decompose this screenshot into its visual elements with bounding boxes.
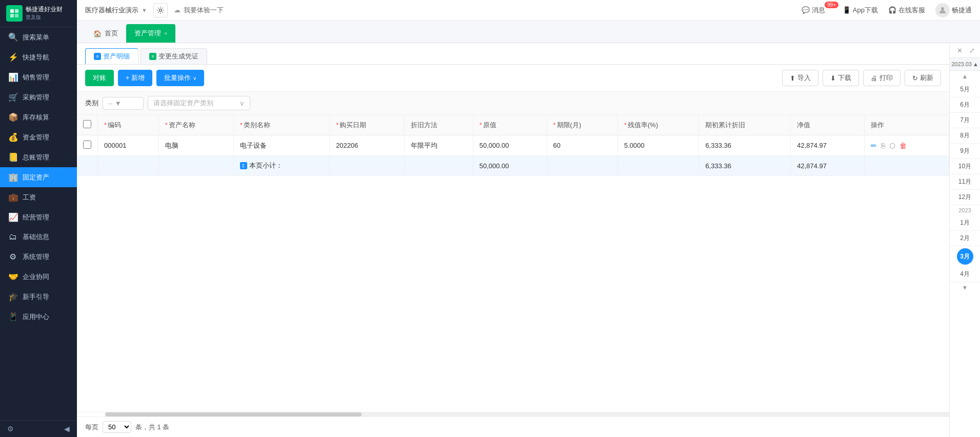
experience-text: 我要体验一下	[184, 6, 224, 15]
quick-nav-icon: ⚡	[8, 52, 17, 62]
salary-icon: 💼	[8, 192, 17, 202]
svg-rect-3	[15, 14, 18, 17]
sidebar-item-fixed-assets[interactable]: 🏢 固定资产	[0, 167, 77, 187]
col-original-value: *原值	[473, 115, 547, 135]
row-period: 60	[547, 135, 617, 156]
calendar-up-button[interactable]: ▲	[960, 71, 970, 82]
batch-button[interactable]: 批量操作 ∨	[156, 70, 204, 86]
category-detail-select[interactable]: 请选择固定资产类别 ∨	[148, 96, 250, 110]
sidebar-item-ledger[interactable]: 📒 总账管理	[0, 147, 77, 167]
subtotal-empty-code	[98, 156, 159, 176]
close-panel-button[interactable]: ✕	[954, 45, 965, 55]
message-badge: 99+	[825, 2, 838, 8]
cal-month-9[interactable]: 9月	[950, 144, 980, 159]
subtab-voucher-generation[interactable]: ≡ 变更生成凭证	[141, 48, 207, 64]
collapse-button[interactable]: ◀	[64, 425, 70, 433]
copy-button[interactable]: ⎘	[881, 142, 885, 150]
sidebar-item-basic-info[interactable]: 🗂 基础信息	[0, 227, 77, 247]
download-button[interactable]: ⬇ 下载	[823, 70, 859, 86]
print-button[interactable]: 🖨 打印	[863, 70, 901, 86]
message-label: 消息	[812, 6, 825, 15]
sidebar-label-enterprise: 企业协同	[23, 272, 49, 282]
experience-button[interactable]: ☁ 我要体验一下	[174, 6, 224, 15]
new-label: + 新增	[126, 73, 145, 83]
settings-button[interactable]: ⚙	[7, 425, 14, 433]
company-selector[interactable]: 医疗器械行业演示 ▼	[85, 6, 147, 15]
tab-asset-management[interactable]: 资产管理 ×	[126, 24, 175, 43]
avatar	[935, 3, 950, 17]
cal-month-2[interactable]: 2月	[950, 231, 980, 246]
sidebar-item-search[interactable]: 🔍 搜索菜单	[0, 27, 77, 47]
company-name: 医疗器械行业演示	[85, 6, 138, 15]
cal-month-current[interactable]: 3月	[957, 248, 973, 265]
category-detail-arrow: ∨	[239, 100, 245, 107]
online-service-button[interactable]: 🎧 在线客服	[888, 6, 925, 15]
cal-month-4[interactable]: 4月	[950, 267, 980, 282]
cal-month-1[interactable]: 1月	[950, 215, 980, 231]
cal-month-8[interactable]: 8月	[950, 128, 980, 144]
total-text: 条，共 1 条	[135, 423, 169, 432]
sidebar-item-purchase[interactable]: 🛒 采购管理	[0, 87, 77, 107]
sidebar-item-guide[interactable]: 🎓 新手引导	[0, 287, 77, 307]
sidebar-item-inventory[interactable]: 📦 库存核算	[0, 107, 77, 127]
tab-home[interactable]: 🏠 首页	[85, 24, 126, 43]
new-button[interactable]: + 新增	[118, 70, 152, 86]
cal-month-5[interactable]: 5月	[950, 82, 980, 97]
category-select[interactable]: -- ▼	[103, 97, 144, 110]
sales-icon: 📊	[8, 72, 17, 82]
row-accumulated-depreciation: 6,333.36	[699, 135, 791, 156]
content-main: ≡ 资产明细 ≡ 变更生成凭证 对账 + 新增 批量操作 ∨	[77, 43, 949, 437]
purchase-icon: 🛒	[8, 92, 17, 102]
svg-point-4	[159, 9, 162, 11]
sidebar-label-salary: 工资	[23, 193, 36, 202]
refresh-button[interactable]: ↻ 刷新	[905, 70, 941, 86]
subtotal-accumulated-depreciation: 6,333.36	[699, 156, 791, 176]
messages-button[interactable]: 💬 消息 99+	[802, 6, 832, 15]
sidebar-item-finance[interactable]: 💰 资金管理	[0, 127, 77, 147]
finance-icon: 💰	[8, 132, 17, 142]
print-icon: 🖨	[871, 74, 877, 82]
sidebar-item-enterprise[interactable]: 🤝 企业协同	[0, 267, 77, 287]
select-all-checkbox[interactable]	[83, 120, 91, 128]
content-area: ≡ 资产明细 ≡ 变更生成凭证 对账 + 新增 批量操作 ∨	[77, 43, 980, 437]
filter-row: 类别 -- ▼ 请选择固定资产类别 ∨	[77, 92, 949, 115]
print-label: 打印	[879, 73, 893, 83]
delete-button[interactable]: 🗑	[899, 142, 907, 150]
cal-month-10[interactable]: 10月	[950, 159, 980, 174]
sidebar-item-quick-nav[interactable]: ⚡ 快捷导航	[0, 47, 77, 67]
subtabs: ≡ 资产明细 ≡ 变更生成凭证	[77, 43, 949, 65]
sidebar-label-basic-info: 基础信息	[23, 232, 49, 242]
app-download-button[interactable]: 📱 App下载	[843, 6, 878, 15]
export-button[interactable]: ⬡	[889, 142, 895, 150]
per-page-select[interactable]: 50 100 200	[103, 421, 131, 433]
subtab-asset-detail[interactable]: ≡ 资产明细	[85, 48, 138, 64]
calendar-down-button[interactable]: ▼	[960, 282, 970, 293]
sidebar-item-salary[interactable]: 💼 工资	[0, 187, 77, 207]
settings-button[interactable]	[153, 3, 168, 17]
horizontal-scrollbar[interactable]	[105, 412, 949, 416]
sidebar-item-system[interactable]: ⚙ 系统管理	[0, 247, 77, 267]
expand-panel-button[interactable]: ⤢	[967, 45, 977, 55]
calendar-year-label: 2023.03	[951, 61, 972, 67]
download-icon: ⬇	[830, 74, 836, 82]
row-category: 电子设备	[233, 135, 329, 156]
cal-month-6[interactable]: 6月	[950, 97, 980, 113]
cal-month-7[interactable]: 7月	[950, 113, 980, 128]
row-checkbox[interactable]	[83, 141, 91, 149]
scrollbar-thumb	[105, 412, 362, 416]
cal-month-12[interactable]: 12月	[950, 190, 980, 205]
sidebar-item-sales[interactable]: 📊 销售管理	[0, 67, 77, 87]
sidebar-item-app-center[interactable]: 📱 应用中心	[0, 307, 77, 327]
subtotal-row: Σ 本页小计： 50,000.00 6,333.36 42,874.97	[77, 156, 949, 176]
batch-label: 批量操作	[164, 73, 191, 83]
col-checkbox	[77, 115, 98, 135]
download-icon: 📱	[843, 6, 851, 14]
import-button[interactable]: ⬆ 导入	[782, 70, 818, 86]
reconcile-button[interactable]: 对账	[85, 70, 114, 86]
cal-month-11[interactable]: 11月	[950, 174, 980, 190]
tab-close-button[interactable]: ×	[164, 30, 167, 36]
sidebar-item-operations[interactable]: 📈 经营管理	[0, 207, 77, 227]
row-depreciation-method: 年限平均	[405, 135, 473, 156]
edit-button[interactable]: ✏	[871, 142, 877, 150]
user-menu[interactable]: 畅捷通	[935, 3, 972, 17]
